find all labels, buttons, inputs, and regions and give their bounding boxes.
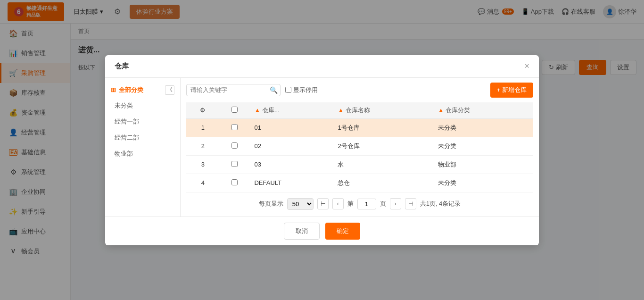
search-input[interactable]	[190, 86, 270, 93]
row-name: 1号仓库	[333, 118, 433, 137]
table-row[interactable]: 4 DEFAULT 总仓 未分类	[186, 174, 533, 192]
row-code: 03	[249, 155, 333, 174]
category-item-operations1[interactable]: 经营一部	[105, 114, 180, 130]
row-code: 02	[249, 137, 333, 155]
first-page-button[interactable]: ⊢	[317, 198, 329, 209]
table-row[interactable]: 3 03 水 物业部	[186, 155, 533, 174]
pagination: 每页显示 50 100 ⊢ ‹ 第 页 › ⊣ 共1页, 4条记录	[186, 192, 533, 212]
th-category[interactable]: ▲ 仓库分类	[433, 102, 533, 119]
row-num: 2	[186, 137, 220, 155]
th-name[interactable]: ▲ 仓库名称	[333, 102, 433, 119]
row-num: 4	[186, 174, 220, 192]
page-input[interactable]	[357, 199, 376, 209]
modal-body: ⊞ 全部分类 《 未分类 经营一部 经营二部 物业部 🔍	[105, 78, 539, 217]
table-row[interactable]: 1 01 1号仓库 未分类	[186, 118, 533, 137]
row-checkbox[interactable]	[220, 118, 250, 137]
warehouse-modal: 仓库 × ⊞ 全部分类 《 未分类 经营一部 经营二部 物业部	[105, 55, 539, 245]
sort-icon2: ▲	[338, 107, 344, 114]
row-name: 2号仓库	[333, 137, 433, 155]
add-warehouse-button[interactable]: + 新增仓库	[490, 83, 533, 98]
row-name: 水	[333, 155, 433, 174]
row-num: 3	[186, 155, 220, 174]
row-cat: 未分类	[433, 174, 533, 192]
category-item-property[interactable]: 物业部	[105, 146, 180, 162]
th-code[interactable]: ▲ 仓库...	[249, 102, 333, 119]
category-panel: ⊞ 全部分类 《 未分类 经营一部 经营二部 物业部	[105, 78, 181, 217]
table-row[interactable]: 2 02 2号仓库 未分类	[186, 137, 533, 155]
last-page-button[interactable]: ⊣	[405, 198, 416, 209]
row-checkbox[interactable]	[220, 155, 250, 174]
prev-page-button[interactable]: ‹	[332, 198, 344, 209]
modal-header: 仓库 ×	[105, 55, 539, 78]
per-page-label: 每页显示	[259, 200, 283, 208]
search-box: 🔍	[186, 84, 281, 96]
th-checkbox	[220, 102, 250, 119]
row-cat: 物业部	[433, 155, 533, 174]
table-wrapper: ⚙ ▲ 仓库... ▲	[186, 102, 533, 192]
row-code: 01	[249, 118, 333, 137]
all-category-label: 全部分类	[119, 86, 143, 94]
sort-icon3: ▲	[438, 107, 444, 114]
modal-overlay[interactable]: 仓库 × ⊞ 全部分类 《 未分类 经营一部 经营二部 物业部	[0, 0, 644, 300]
warehouse-table: ⚙ ▲ 仓库... ▲	[186, 102, 533, 192]
modal-title: 仓库	[115, 62, 129, 71]
category-header: ⊞ 全部分类 《	[105, 83, 180, 98]
table-panel: 🔍 显示停用 + 新增仓库 ⚙	[181, 78, 539, 217]
confirm-button[interactable]: 确定	[325, 223, 360, 240]
next-page-button[interactable]: ›	[390, 198, 401, 209]
show-disabled-label[interactable]: 显示停用	[285, 86, 318, 94]
all-category-title[interactable]: ⊞ 全部分类	[111, 86, 143, 94]
search-icon: 🔍	[270, 86, 278, 94]
gear-icon: ⚙	[200, 107, 206, 114]
collapse-category-button[interactable]: 《	[165, 85, 174, 95]
cancel-button[interactable]: 取消	[284, 223, 320, 240]
row-checkbox[interactable]	[220, 174, 250, 192]
table-toolbar: 🔍 显示停用 + 新增仓库	[186, 83, 533, 98]
table-head: ⚙ ▲ 仓库... ▲	[186, 102, 533, 119]
row-cat: 未分类	[433, 118, 533, 137]
row-code: DEFAULT	[249, 174, 333, 192]
per-page-select[interactable]: 50 100	[287, 198, 314, 210]
sort-icon: ▲	[254, 107, 260, 114]
modal-footer: 取消 确定	[105, 217, 539, 245]
row-name: 总仓	[333, 174, 433, 192]
select-all-checkbox[interactable]	[231, 107, 238, 113]
modal-close-button[interactable]: ×	[524, 62, 529, 70]
page-suffix: 页	[380, 200, 386, 208]
total-label: 共1页, 4条记录	[420, 200, 461, 208]
row-checkbox[interactable]	[220, 137, 250, 155]
table-body: 1 01 1号仓库 未分类 2 02 2号仓库	[186, 118, 533, 192]
row-cat: 未分类	[433, 137, 533, 155]
category-item-uncategorized[interactable]: 未分类	[105, 98, 180, 114]
grid-icon: ⊞	[111, 86, 116, 93]
th-settings: ⚙	[186, 102, 220, 119]
page-label: 第	[347, 200, 354, 208]
row-num: 1	[186, 118, 220, 137]
category-item-operations2[interactable]: 经营二部	[105, 130, 180, 146]
show-disabled-text: 显示停用	[293, 86, 318, 94]
show-disabled-checkbox[interactable]	[285, 87, 291, 93]
